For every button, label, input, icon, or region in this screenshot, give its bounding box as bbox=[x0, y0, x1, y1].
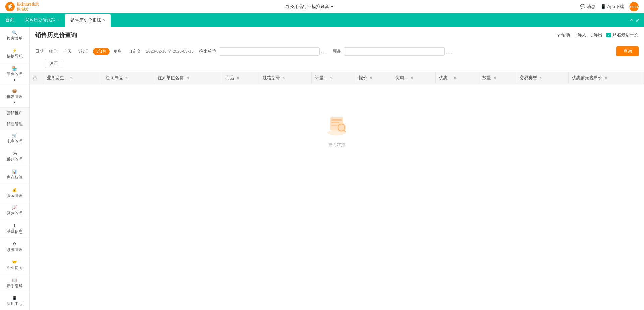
sidebar-item-system[interactable]: ⚙ 系统管理 bbox=[0, 238, 29, 256]
wholesale-mgmt-icon: 📦 bbox=[12, 89, 17, 93]
top-bar: 畅 畅捷信好生意 标准版 办公用品行业模拟账套 ▾ 💬 消息 📱 App下载 d… bbox=[0, 0, 644, 13]
help-button[interactable]: ? 帮助 bbox=[557, 32, 570, 38]
sidebar-item-marketing[interactable]: 营销推广 bbox=[0, 108, 29, 119]
col-trade-type: 交易类型 ⇅ bbox=[516, 72, 568, 84]
tab-purchase-history[interactable]: 采购历史价跟踪 × bbox=[19, 13, 65, 27]
sidebar-item-sales-mgmt-label: 销售管理 bbox=[7, 121, 23, 127]
sidebar-item-ecommerce[interactable]: 🛒 电商管理 bbox=[0, 130, 29, 148]
tab-sales-history[interactable]: 销售历史价跟踪 × bbox=[65, 14, 111, 27]
col-spec: 规格型号 ⇅ bbox=[259, 72, 311, 84]
sidebar-item-wholesale-mgmt[interactable]: 📦 批发管理 ▴ bbox=[0, 85, 29, 108]
setting-button[interactable]: 设置 bbox=[45, 59, 62, 68]
sort-icon[interactable]: ⇅ bbox=[186, 76, 189, 80]
only-last-check[interactable] bbox=[606, 33, 611, 37]
page-title: 销售历史价查询 bbox=[35, 31, 77, 39]
top-bar-right: 💬 消息 📱 App下载 demo2 bbox=[580, 2, 639, 11]
date-btn-custom[interactable]: 自定义 bbox=[126, 48, 143, 55]
product-search-icon[interactable]: ... bbox=[446, 48, 452, 54]
sidebar-item-ecommerce-label: 电商管理 bbox=[7, 139, 23, 144]
sort-icon[interactable]: ⇅ bbox=[330, 76, 333, 80]
column-settings-icon[interactable]: ⚙ bbox=[33, 75, 37, 81]
sidebar-item-basic-info[interactable]: ℹ 基础信息 bbox=[0, 220, 29, 238]
col-business-date: 业务发生... ⇅ bbox=[43, 72, 102, 84]
sidebar-item-purchase-mgmt[interactable]: 🛍 采购管理 bbox=[0, 148, 29, 166]
sidebar-item-finance-label: 资金管理 bbox=[7, 193, 23, 199]
sidebar-item-marketing-label: 营销推广 bbox=[7, 110, 23, 116]
logo-text: 畅捷信好生意 标准版 bbox=[17, 2, 39, 11]
sort-icon[interactable]: ⇅ bbox=[282, 76, 285, 80]
sort-icon[interactable]: ⇅ bbox=[411, 76, 413, 80]
app-download-button[interactable]: 📱 App下载 bbox=[601, 4, 624, 10]
date-btn-yesterday[interactable]: 昨天 bbox=[46, 48, 60, 55]
avatar: demo2 bbox=[629, 2, 639, 11]
col-discount1: 优惠... ⇅ bbox=[392, 72, 436, 84]
user-menu[interactable]: demo2 bbox=[629, 2, 639, 11]
date-range: 2023-02-18 至 2023-03-18 bbox=[146, 49, 193, 54]
page-title-row: 销售历史价查询 ? 帮助 ↑ 导入 ↓ 导出 bbox=[35, 31, 639, 39]
main-layout: 🔍 搜索菜单 ⚡ 快捷导航 🏪 零售管理 ▾ 📦 批发管理 ▴ 营销推广 销售管… bbox=[0, 27, 644, 310]
close-tab-button[interactable]: × bbox=[630, 17, 633, 23]
table-header: ⚙ 业务发生... ⇅ 往来单位 ⇅ 往来单位名称 ⇅ bbox=[30, 72, 644, 84]
filter-area: 日期 昨天 今天 近7天 近1月 更多 自定义 2023-02-18 至 202… bbox=[30, 43, 644, 72]
sort-icon[interactable]: ⇅ bbox=[370, 76, 372, 80]
workspace-selector[interactable]: 办公用品行业模拟账套 ▾ bbox=[285, 4, 333, 10]
partner-input[interactable] bbox=[219, 47, 320, 56]
close-sales-history-tab[interactable]: × bbox=[103, 18, 105, 23]
sidebar-item-search-menu[interactable]: 🔍 搜索菜单 bbox=[0, 27, 29, 45]
date-btn-today[interactable]: 今天 bbox=[61, 48, 74, 55]
maximize-button[interactable]: ⤢ bbox=[636, 17, 640, 23]
sort-icon[interactable]: ⇅ bbox=[494, 76, 496, 80]
svg-rect-3 bbox=[331, 122, 339, 123]
import-button[interactable]: ↑ 导入 bbox=[574, 32, 586, 38]
export-button[interactable]: ↓ 导出 bbox=[590, 32, 603, 38]
query-button[interactable]: 查询 bbox=[616, 46, 639, 56]
sidebar-item-app-center[interactable]: 📱 应用中心 bbox=[0, 292, 29, 310]
sidebar-item-search-menu-label: 搜索菜单 bbox=[7, 36, 23, 41]
sidebar-item-guide[interactable]: 📖 新手引导 bbox=[0, 274, 29, 293]
sidebar-item-quick-nav[interactable]: ⚡ 快捷导航 bbox=[0, 45, 29, 63]
date-btn-7days[interactable]: 近7天 bbox=[76, 48, 92, 55]
sidebar-item-guide-label: 新手引导 bbox=[7, 283, 23, 289]
data-table: ⚙ 业务发生... ⇅ 往来单位 ⇅ 往来单位名称 ⇅ bbox=[30, 72, 644, 84]
sidebar-item-operation[interactable]: 📈 经营管理 bbox=[0, 202, 29, 220]
empty-icon bbox=[323, 111, 350, 138]
col-settings: ⚙ bbox=[30, 72, 43, 84]
basic-info-icon: ℹ bbox=[14, 223, 15, 228]
sidebar-item-retail-mgmt-label: 零售管理 bbox=[7, 72, 23, 78]
empty-state: 暂无数据 bbox=[30, 84, 644, 174]
close-purchase-history-tab[interactable]: × bbox=[57, 18, 60, 22]
only-last-checkbox[interactable]: 只看最后一次 bbox=[606, 32, 639, 38]
chevron-down-icon: ▾ bbox=[14, 78, 15, 82]
partner-label: 往来单位 bbox=[199, 48, 216, 54]
sidebar-item-enterprise-collab[interactable]: 🤝 企业协同 bbox=[0, 256, 29, 274]
page-header: 销售历史价查询 ? 帮助 ↑ 导入 ↓ 导出 bbox=[30, 27, 644, 43]
quick-nav-icon: ⚡ bbox=[12, 48, 17, 53]
sidebar-item-sales-mgmt[interactable]: 销售管理 bbox=[0, 119, 29, 130]
message-button[interactable]: 💬 消息 bbox=[580, 4, 595, 10]
sort-icon[interactable]: ⇅ bbox=[125, 76, 128, 80]
tab-home[interactable]: 首页 bbox=[0, 13, 19, 27]
logo-icon: 畅 bbox=[5, 2, 15, 11]
guide-icon: 📖 bbox=[12, 278, 17, 282]
partner-input-group: ... bbox=[219, 47, 327, 56]
tab-sales-history-label: 销售历史价跟踪 bbox=[70, 17, 101, 23]
sidebar-item-finance[interactable]: 💰 资金管理 bbox=[0, 184, 29, 202]
date-filter-group: 日期 昨天 今天 近7天 近1月 更多 自定义 2023-02-18 至 202… bbox=[35, 48, 194, 55]
date-label: 日期 bbox=[35, 48, 44, 54]
date-btn-1month[interactable]: 近1月 bbox=[93, 48, 110, 55]
sort-icon[interactable]: ⇅ bbox=[70, 76, 73, 80]
sort-icon[interactable]: ⇅ bbox=[539, 76, 542, 80]
sort-icon[interactable]: ⇅ bbox=[454, 76, 457, 80]
product-input-group: ... bbox=[344, 47, 452, 56]
col-partner-code: 往来单位 ⇅ bbox=[102, 72, 154, 84]
date-btn-more[interactable]: 更多 bbox=[111, 48, 124, 55]
collab-icon: 🤝 bbox=[12, 260, 17, 264]
sort-icon[interactable]: ⇅ bbox=[237, 76, 239, 80]
sidebar-item-inventory[interactable]: 📊 库存核算 bbox=[0, 166, 29, 184]
sidebar-item-quick-nav-label: 快捷导航 bbox=[7, 54, 23, 59]
sidebar-item-retail-mgmt[interactable]: 🏪 零售管理 ▾ bbox=[0, 63, 29, 86]
sort-icon[interactable]: ⇅ bbox=[605, 76, 607, 80]
table-area: ⚙ 业务发生... ⇅ 往来单位 ⇅ 往来单位名称 ⇅ bbox=[30, 72, 644, 310]
partner-search-icon[interactable]: ... bbox=[321, 48, 327, 54]
product-input[interactable] bbox=[344, 47, 445, 56]
